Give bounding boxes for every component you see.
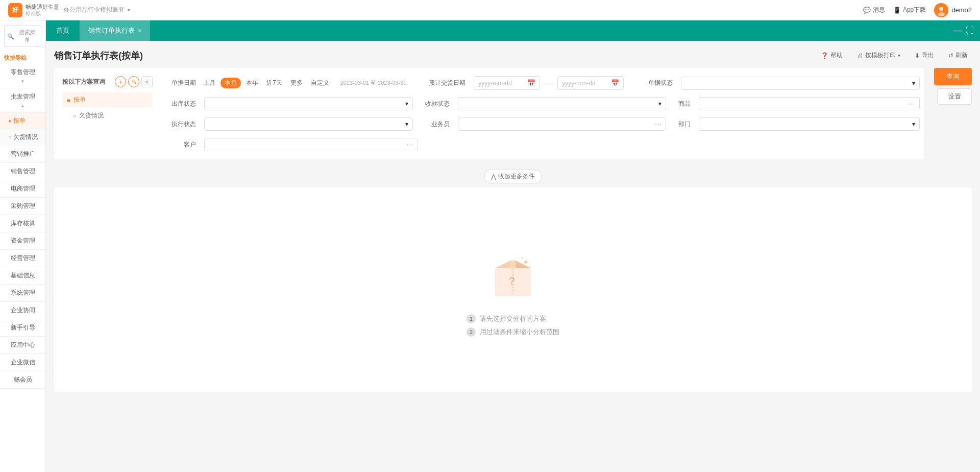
filter-row-3: 执行状态 ▾ 业务员 (167, 117, 920, 131)
expected-date-label: 预计交货日期 (429, 79, 465, 87)
tab-close-icon[interactable]: × (138, 27, 142, 34)
empty-illustration: ? (482, 243, 544, 304)
refresh-button[interactable]: ↺ 刷新 (944, 49, 972, 62)
sidebar-item-purchase[interactable]: 采购管理 (0, 198, 45, 215)
sidebar-item-finance[interactable]: 资金管理 (0, 232, 45, 250)
scheme-actions: + ✎ « (115, 76, 153, 87)
date-tab-thisyear[interactable]: 本年 (243, 78, 261, 88)
sidebar-item-system[interactable]: 系统管理 (0, 285, 45, 302)
tab-home[interactable]: 首页 (46, 20, 80, 41)
date-tab-thismonth[interactable]: 本月 (220, 78, 241, 88)
settings-button[interactable]: 设置 (937, 88, 972, 105)
customer-dots-icon: ··· (407, 141, 413, 148)
sidebar-item-newuser[interactable]: 新手引导 (0, 319, 45, 337)
sidebar-item-marketing[interactable]: 营销推广 (0, 146, 45, 163)
scheme-active-icon: ● (66, 96, 70, 104)
message-button[interactable]: 💬 消息 (863, 6, 885, 14)
sidebar-item-enterprise[interactable]: 企业协同 (0, 302, 45, 319)
sidebar-item-label: 电商管理 (11, 184, 35, 193)
sidebar-item-label: 新手引导 (11, 323, 35, 332)
sidebar-item-appcenter[interactable]: 应用中心 (0, 337, 45, 354)
tab-sales-exec[interactable]: 销售订单执行表 × (80, 20, 150, 41)
page-actions: ❓ 帮助 🖨 按模板打印 ⬇ 导出 ↺ 刷新 (817, 49, 972, 62)
scheme-header: 按以下方案查询 + ✎ « (62, 76, 153, 87)
page-header: 销售订单执行表(按单) ❓ 帮助 🖨 按模板打印 ⬇ 导出 (54, 49, 972, 62)
date-separator: — (545, 79, 552, 87)
collapse-scheme-button[interactable]: « (141, 76, 153, 87)
maximize-icon[interactable]: ⛶ (966, 26, 974, 35)
filter-main: 单据日期 上月 本月 本年 近7天 更多 自定义 (159, 76, 920, 151)
payment-caret-icon: ▾ (658, 100, 662, 107)
search-menu-button[interactable]: 🔍 搜索菜单 (4, 26, 41, 47)
filter-outbound: 出库状态 ▾ (167, 97, 413, 110)
payment-select[interactable]: ▾ (458, 97, 667, 110)
export-button[interactable]: ⬇ 导出 (911, 49, 938, 62)
breadcrumb-chevron-icon[interactable]: ▾ (128, 7, 130, 13)
scheme-item-按单[interactable]: ● 按单 (62, 92, 153, 107)
customer-input[interactable]: ··· (204, 138, 418, 151)
sidebar-item-sales[interactable]: 销售管理 (0, 163, 45, 180)
user-area[interactable]: demo2 (934, 3, 972, 17)
page-content: 销售订单执行表(按单) ❓ 帮助 🖨 按模板打印 ⬇ 导出 (46, 41, 980, 472)
customer-label: 客户 (167, 140, 196, 149)
phone-icon: 📱 (893, 7, 901, 14)
content-area: 首页 销售订单执行表 × — ⛶ 销售订单执行表(按单) (46, 20, 980, 472)
date-tab-7days[interactable]: 近7天 (263, 78, 285, 88)
logo-icon: 好 (8, 3, 22, 17)
status-label: 单据状态 (646, 79, 673, 87)
quick-nav-title: 快捷导航 (0, 50, 45, 64)
sidebar-item-label: 基础信息 (11, 271, 35, 280)
filter-container: 按以下方案查询 + ✎ « ● 按单 (54, 68, 972, 166)
sidebar-item-label: 营销推广 (11, 150, 35, 158)
sidebar-item-retail[interactable]: 零售管理 ▾ (0, 64, 45, 88)
scheme-panel: 按以下方案查询 + ✎ « ● 按单 (62, 76, 159, 151)
breadcrumb: 办公用品行业模拟账套 ▾ (63, 6, 130, 14)
sidebar-item-label: 应用中心 (11, 341, 35, 349)
tab-bar-actions: — ⛶ (947, 20, 980, 41)
filter-expected-date: 预计交货日期 yyyy-mm-dd 📅 — yyyy-mm-dd 📅 (429, 76, 624, 90)
filter-product: 商品 ··· (674, 97, 920, 110)
sidebar-item-wechat[interactable]: 企业微信 (0, 354, 45, 371)
date-tab-custom[interactable]: 自定义 (308, 78, 332, 88)
expected-date-end[interactable]: yyyy-mm-dd 📅 (557, 76, 624, 90)
add-scheme-button[interactable]: + (115, 76, 126, 87)
date-tab-lastmonth[interactable]: 上月 (200, 78, 218, 88)
sidebar-item-management[interactable]: 经营管理 (0, 250, 45, 267)
filter-exec: 执行状态 ▾ (167, 117, 413, 131)
sidebar-subitem-按单[interactable]: ● 按单 (0, 113, 45, 129)
sidebar-item-basic[interactable]: 基础信息 (0, 267, 45, 285)
app-download-button[interactable]: 📱 App下载 (893, 6, 926, 14)
sidebar-item-wholesale[interactable]: 批发管理 ▴ (0, 88, 45, 113)
sidebar-item-label: 畅会员 (14, 375, 32, 384)
date-tab-more[interactable]: 更多 (287, 78, 306, 88)
svg-point-6 (528, 266, 530, 268)
minimize-icon[interactable]: — (953, 26, 962, 35)
salesman-input[interactable]: ··· (458, 117, 667, 131)
scheme-item-欠货情况[interactable]: ○ 欠货情况 (62, 108, 153, 123)
exec-select[interactable]: ▾ (204, 117, 413, 131)
empty-hint-1: 1 请先选择要分析的方案 (467, 314, 559, 323)
status-select[interactable]: ▾ (681, 77, 920, 90)
scheme-item-label: 按单 (74, 96, 149, 104)
exec-label: 执行状态 (167, 120, 196, 129)
sidebar-subitem-欠货情况[interactable]: ○ 欠货情况 (0, 129, 45, 146)
query-button[interactable]: 查询 (934, 68, 972, 85)
search-icon: 🔍 (7, 33, 14, 40)
page-title: 销售订单执行表(按单) (54, 50, 143, 62)
edit-scheme-button[interactable]: ✎ (128, 76, 139, 87)
sidebar-item-inventory[interactable]: 库存核算 (0, 215, 45, 232)
filter-status: 单据状态 ▾ (646, 77, 920, 90)
product-label: 商品 (674, 100, 691, 108)
filter-panel: 按以下方案查询 + ✎ « ● 按单 (54, 68, 924, 159)
collapse-button[interactable]: ⋀ 收起更多条件 (484, 170, 542, 183)
collapse-bar: ⋀ 收起更多条件 (54, 166, 972, 187)
expected-date-start[interactable]: yyyy-mm-dd 📅 (474, 76, 540, 90)
sidebar-item-label: 库存核算 (11, 219, 35, 228)
outbound-select[interactable]: ▾ (204, 97, 413, 110)
product-input[interactable]: ··· (699, 97, 920, 110)
sidebar-item-ecommerce[interactable]: 电商管理 (0, 180, 45, 198)
sidebar-item-member[interactable]: 畅会员 (0, 371, 45, 389)
print-button[interactable]: 🖨 按模板打印 (853, 49, 904, 62)
help-button[interactable]: ❓ 帮助 (817, 49, 847, 62)
dept-select[interactable]: ▾ (699, 117, 920, 131)
